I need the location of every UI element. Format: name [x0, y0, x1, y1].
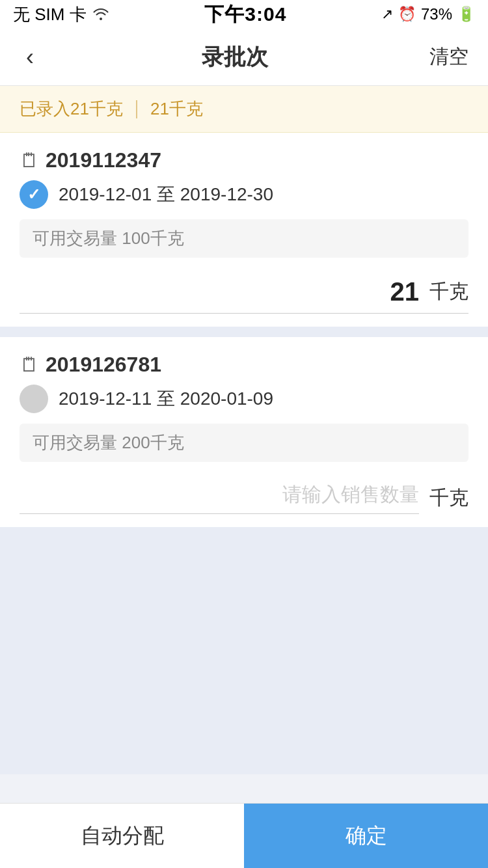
batch-card-2: 🗒 2019126781 2019-12-11 至 2020-01-09 可用交… [0, 337, 488, 527]
auto-distribute-button[interactable]: 自动分配 [0, 804, 244, 868]
batch-card-1: 🗒 2019112347 ✓ 2019-12-01 至 2019-12-30 可… [0, 133, 488, 327]
batch-item-2: 🗒 2019126781 2019-12-11 至 2020-01-09 可用交… [0, 337, 488, 462]
batch-1-amount-unit: 千克 [429, 278, 468, 305]
batch-2-id: 2019126781 [46, 353, 161, 377]
batch-2-input-placeholder[interactable]: 请输入销售数量 [20, 481, 419, 514]
batch-1-header: 🗒 2019112347 [20, 148, 468, 172]
empty-area [0, 527, 488, 774]
batch-1-check-icon: ✓ [27, 185, 40, 204]
batch-2-header: 🗒 2019126781 [20, 353, 468, 377]
info-banner-divider [136, 100, 137, 118]
nav-title: 录批次 [202, 42, 268, 72]
batch-2-id-icon: 🗒 [20, 354, 39, 376]
status-bar: 无 SIM 卡 下午3:04 ↗ ⏰ 73% 🔋 [0, 0, 488, 29]
batch-1-amount-wrapper: 21 千克 [0, 271, 488, 327]
clear-button[interactable]: 清空 [429, 44, 468, 70]
bottom-bar: 自动分配 确定 [0, 803, 488, 868]
status-left: 无 SIM 卡 [13, 3, 110, 26]
location-icon: ↗ [381, 6, 393, 23]
no-sim-text: 无 SIM 卡 [13, 3, 87, 26]
wifi-icon [92, 5, 110, 25]
batch-1-amount-value[interactable]: 21 [390, 277, 420, 306]
confirm-button[interactable]: 确定 [244, 804, 488, 868]
batch-1-amount-row: 21 千克 [20, 277, 468, 314]
batch-2-quantity: 可用交易量 200千克 [20, 424, 468, 462]
info-banner-value: 21千克 [150, 98, 203, 120]
alarm-icon: ⏰ [398, 6, 416, 23]
batch-1-id: 2019112347 [46, 148, 161, 172]
main-content: 已录入21千克 21千克 🗒 2019112347 ✓ 2019-12-01 至… [0, 86, 488, 839]
nav-bar: ‹ 录批次 清空 [0, 29, 488, 86]
batch-1-date-row[interactable]: ✓ 2019-12-01 至 2019-12-30 [20, 180, 468, 209]
battery-text: 73% [421, 5, 452, 23]
batch-1-quantity: 可用交易量 100千克 [20, 219, 468, 258]
info-banner-label: 已录入21千克 [20, 98, 123, 120]
status-time: 下午3:04 [204, 1, 286, 28]
batch-2-date: 2019-12-11 至 2020-01-09 [59, 387, 273, 411]
battery-icon: 🔋 [457, 6, 475, 23]
batch-1-id-icon: 🗒 [20, 150, 39, 172]
status-right: ↗ ⏰ 73% 🔋 [381, 5, 475, 23]
batch-1-date: 2019-12-01 至 2019-12-30 [59, 182, 273, 207]
batch-2-input-unit: 千克 [429, 485, 468, 511]
section-divider [0, 327, 488, 337]
batch-2-radio[interactable] [20, 385, 48, 413]
info-banner: 已录入21千克 21千克 [0, 86, 488, 133]
batch-2-date-row[interactable]: 2019-12-11 至 2020-01-09 [20, 385, 468, 413]
batch-2-input-row: 请输入销售数量 千克 [0, 475, 488, 527]
batch-item-1: 🗒 2019112347 ✓ 2019-12-01 至 2019-12-30 可… [0, 133, 488, 258]
back-button[interactable]: ‹ [20, 37, 40, 77]
batch-1-radio[interactable]: ✓ [20, 180, 48, 209]
